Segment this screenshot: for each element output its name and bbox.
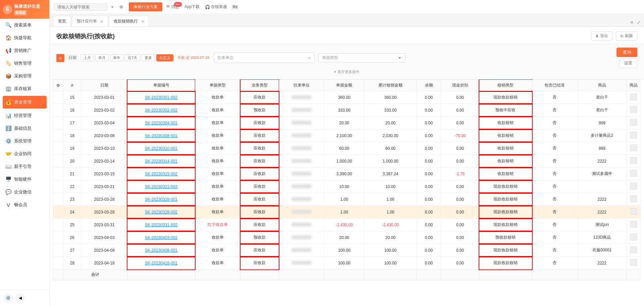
cell-goods: 2222 xyxy=(577,257,627,269)
cell-biz-type: 预收款 xyxy=(240,104,279,117)
close-tab-icon[interactable]: ✕ xyxy=(630,20,634,25)
cell-goods-img xyxy=(627,129,641,142)
doc-no-link[interactable]: SK-20230418-001 xyxy=(145,261,177,265)
sidebar-item-system[interactable]: ⚙️系统管理 xyxy=(0,135,49,147)
user-name[interactable]: Rit xyxy=(232,5,237,9)
maximize-icon[interactable]: ⤢ xyxy=(637,20,641,25)
tab-close-icon[interactable]: × xyxy=(141,19,144,24)
doc-no-link[interactable]: SK-20230308-001 xyxy=(145,133,177,138)
sidebar-item-inventory[interactable]: 🏢库存核算 xyxy=(0,82,49,95)
refresh-button[interactable]: ↻ 刷新 xyxy=(616,32,637,41)
date-option-近7天[interactable]: 近7天 xyxy=(125,54,140,61)
cell-partner xyxy=(279,117,324,129)
sidebar-item-sales[interactable]: 🏷️销售管理 xyxy=(0,57,49,70)
sidebar-item-wechat[interactable]: 💬企业微信 xyxy=(0,186,49,198)
doc-no-link[interactable]: SK-20230315-002 xyxy=(145,172,177,176)
cell-settings[interactable] xyxy=(53,219,63,231)
cell-settings[interactable] xyxy=(53,206,63,219)
chevron-down-icon: ▾ xyxy=(111,5,113,9)
date-option-本年[interactable]: 本年 xyxy=(110,54,123,61)
tab-close-icon[interactable]: × xyxy=(100,19,103,24)
table-row: 27 2023-04-08 SK-20230408-001 收款单 应收款 10… xyxy=(53,244,641,257)
sidebar-item-operation[interactable]: 📊经营管理 xyxy=(0,109,49,122)
doc-no-link[interactable]: SK-20230403-002 xyxy=(145,235,177,240)
partner-filter[interactable]: 往来单位 ··· xyxy=(214,53,314,63)
cell-settings[interactable] xyxy=(53,257,63,269)
cell-writeoff-amount: 1.00 xyxy=(364,206,417,219)
date-option-上月[interactable]: 上月 xyxy=(80,54,94,61)
cell-settings[interactable] xyxy=(53,104,63,117)
sidebar-item-label: 企业微信 xyxy=(14,189,32,195)
sidebar-item-hardware[interactable]: 🖥️智能硬件 xyxy=(0,173,49,186)
industry-solution-button[interactable]: 体验行业方案 xyxy=(129,2,162,11)
cell-settings[interactable] xyxy=(53,193,63,206)
cell-date: 2023-04-03 xyxy=(81,231,127,244)
tab-collection[interactable]: 收款核销执行× xyxy=(109,16,149,26)
cell-settings[interactable] xyxy=(53,180,63,193)
sidebar-item-marketing[interactable]: 📢营销推广 xyxy=(0,44,49,57)
collapse-icon[interactable]: ◀ xyxy=(15,293,25,303)
doc-no-link[interactable]: SK-20230408-001 xyxy=(145,248,177,253)
filter-expand-button[interactable]: » xyxy=(56,54,64,62)
doc-no-link[interactable]: SK-20230331-002 xyxy=(145,223,177,227)
date-option-本月[interactable]: 本月 xyxy=(95,54,109,61)
sidebar-item-search[interactable]: 🔍搜索菜单 xyxy=(0,19,49,32)
footer-discount xyxy=(441,269,479,280)
cell-settings[interactable] xyxy=(53,129,63,142)
sidebar-item-label: 搜索菜单 xyxy=(14,22,32,28)
doctype-filter[interactable]: 单据类型 ▼ xyxy=(318,53,406,62)
doc-no-link[interactable]: SK-20230310-001 xyxy=(145,146,177,151)
cell-date: 2023-03-15 xyxy=(81,168,127,180)
date-option-更多[interactable]: 更多 xyxy=(142,54,155,61)
cell-balance: 0.00 xyxy=(417,219,441,231)
table-row: 17 2023-03-04 SK-20230304-001 收款单 应收款 20… xyxy=(53,117,641,129)
sidebar-item-finance[interactable]: 💰资金管理 xyxy=(3,96,47,109)
filter-settings-button[interactable]: 设置 xyxy=(619,58,637,68)
sidebar-item-member[interactable]: V畅会员 xyxy=(0,198,49,211)
cell-settings[interactable] xyxy=(53,168,63,180)
filter-bar: » 日期 上月本月本年近7天更多自定义 不限 至 2023-07-26 往来单位… xyxy=(50,44,644,79)
sidebar-item-enterprise[interactable]: 🤝企业协同 xyxy=(0,147,49,160)
query-button[interactable]: 查询 xyxy=(616,48,637,57)
cell-doc-type: 收款单 xyxy=(195,91,240,104)
tab-home[interactable]: 首页 xyxy=(53,16,71,26)
doc-no-link[interactable]: SK-20230321-003 xyxy=(145,184,177,189)
sidebar-item-purchase[interactable]: 📦采购管理 xyxy=(0,70,49,82)
cell-writeoff-amount: 3,387.24 xyxy=(364,168,417,180)
app-download-link[interactable]: App下载 xyxy=(184,4,200,10)
sidebar-item-base[interactable]: ℹ️基础信息 xyxy=(0,122,49,135)
settings-icon[interactable]: ⚙ xyxy=(117,3,125,11)
cell-settings[interactable] xyxy=(53,91,63,104)
cell-settings[interactable] xyxy=(53,155,63,168)
tab-prepay[interactable]: 预计应付单× xyxy=(72,16,108,26)
cell-goods-img xyxy=(627,142,641,155)
date-custom-button[interactable]: 自定义 xyxy=(156,54,173,61)
search-input[interactable] xyxy=(54,3,107,11)
cell-settings[interactable] xyxy=(53,231,63,244)
settings-icon[interactable]: ⚙️ xyxy=(3,293,13,303)
cell-biz-type: 应收款 xyxy=(240,142,279,155)
doc-no-link[interactable]: SK-20230328-001 xyxy=(145,197,177,202)
doc-no-link[interactable]: SK-20230304-001 xyxy=(145,121,177,125)
online-support-link[interactable]: 🎧 在线客服 xyxy=(205,4,227,10)
cell-cash-discount: 0.00 xyxy=(441,257,479,269)
cell-balance: 0.00 xyxy=(417,142,441,155)
expand-more-conditions[interactable]: ▾ 展开更多条件 xyxy=(56,68,637,76)
doc-no-link[interactable]: SK-20230314-001 xyxy=(145,159,177,164)
sidebar-item-newbie[interactable]: 📖新手引导 xyxy=(0,160,49,173)
export-button[interactable]: ⬇ 导出 xyxy=(591,32,612,41)
cell-settings[interactable] xyxy=(53,244,63,257)
cell-writeoff-type: 收款核销 xyxy=(479,129,532,142)
cell-settings[interactable] xyxy=(53,142,63,155)
cell-doc-type: 收款单 xyxy=(195,168,240,180)
sidebar-item-quicknav[interactable]: 🏠快捷导航 xyxy=(0,32,49,44)
doc-no-link[interactable]: SK-20230302-002 xyxy=(145,108,177,113)
doc-no-link[interactable]: SK-20230301-002 xyxy=(145,95,177,100)
doc-no-link[interactable]: SK-20230328-002 xyxy=(145,210,177,215)
cell-amount: 2,100.00 xyxy=(324,129,364,142)
cell-settings[interactable] xyxy=(53,117,63,129)
cell-amount: 100.00 xyxy=(324,257,364,269)
column-settings[interactable]: ⚙ xyxy=(53,80,63,91)
cell-include-settled: 否 xyxy=(532,129,578,142)
messages-button[interactable]: ✉ 消息 99+ xyxy=(166,4,179,10)
